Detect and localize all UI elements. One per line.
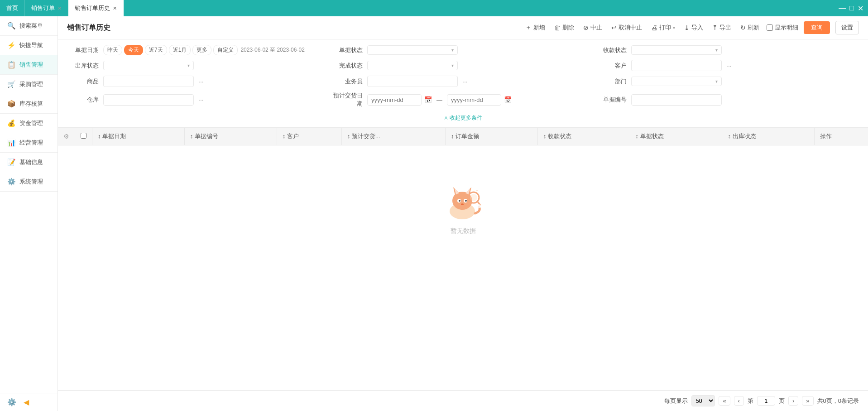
date-btn-today[interactable]: 今天 <box>124 45 143 55</box>
import-label: 导入 <box>691 24 703 32</box>
date-filter-group: 单据日期 昨天 今天 近7天 近1月 更多 自定义 2023-06-02 至 2… <box>67 45 331 55</box>
delivery-end-calendar-icon[interactable]: 📅 <box>504 96 512 103</box>
sidebar-item-finance[interactable]: 💰 资金管理 <box>0 114 58 133</box>
warehouse-input[interactable] <box>103 94 194 106</box>
product-input[interactable] <box>103 76 194 87</box>
operations-icon: 📊 <box>7 139 16 147</box>
th-customer[interactable]: ↕ 客户 <box>277 128 341 145</box>
print-label: 打印 <box>659 24 671 32</box>
settings-button[interactable]: 设置 <box>835 21 859 34</box>
top-bar: 首页 销售订单 ✕ 销售订单历史 ✕ — □ ✕ <box>0 0 868 16</box>
cancel-stop-button[interactable]: ↩ 取消中止 <box>609 23 644 33</box>
order-number-input[interactable] <box>631 94 722 106</box>
complete-status-group: 完成状态 ▾ <box>331 61 595 70</box>
first-page-btn[interactable]: « <box>719 396 730 406</box>
collapse-label: ∧ 收起更多条件 <box>444 115 482 121</box>
customer-input[interactable] <box>631 60 722 71</box>
query-button[interactable]: 查询 <box>804 21 830 34</box>
th-delivery[interactable]: ↕ 预计交货... <box>341 128 445 145</box>
print-button[interactable]: 🖨 打印 ▾ <box>649 23 677 33</box>
close-btn[interactable]: ✕ <box>858 4 863 13</box>
display-toggle[interactable]: 显示明细 <box>767 24 798 32</box>
refresh-button[interactable]: ↻ 刷新 <box>739 23 761 33</box>
salesman-dots-btn[interactable]: ··· <box>460 78 470 85</box>
date-btn-more[interactable]: 更多 <box>192 45 211 55</box>
warehouse-status-select[interactable]: ▾ <box>103 61 194 70</box>
minimize-btn[interactable]: — <box>839 4 846 12</box>
delivery-date-start[interactable] <box>367 94 422 106</box>
tab-sales-order-history[interactable]: 销售订单历史 ✕ <box>68 0 124 16</box>
settings-bottom-icon[interactable]: ⚙️ <box>7 398 16 406</box>
sys-mgmt-icon: ⚙️ <box>7 178 16 186</box>
tab-sales-order[interactable]: 销售订单 ✕ <box>25 0 68 16</box>
delivery-start-calendar-icon[interactable]: 📅 <box>424 96 432 103</box>
warehouse-dots-btn[interactable]: ··· <box>197 96 206 103</box>
payment-status-select[interactable]: ▾ <box>631 45 722 55</box>
page-number-input[interactable] <box>757 396 775 406</box>
th-order-status[interactable]: ↕ 单据状态 <box>630 128 722 145</box>
table-area: ⚙ ↕ 单据日期 ↕ 单据编号 <box>58 128 868 390</box>
new-button[interactable]: ＋ 新增 <box>523 23 547 33</box>
th-payment-status[interactable]: ↕ 收款状态 <box>537 128 630 145</box>
customer-dots-btn[interactable]: ··· <box>724 62 734 69</box>
maximize-btn[interactable]: □ <box>849 4 854 12</box>
tab-sales-order-close[interactable]: ✕ <box>58 5 62 11</box>
customer-group: 客户 ··· <box>595 60 859 71</box>
sidebar-item-inventory[interactable]: 📦 库存核算 <box>0 94 58 114</box>
date-btn-7days[interactable]: 近7天 <box>145 45 167 55</box>
page-size-select[interactable]: 10 20 50 100 <box>691 395 715 406</box>
complete-status-select[interactable]: ▾ <box>367 61 458 70</box>
sidebar-item-operations[interactable]: 📊 经营管理 <box>0 133 58 153</box>
order-status-select[interactable]: ▾ <box>367 45 458 55</box>
th-amount[interactable]: ↕ 订单金额 <box>445 128 537 145</box>
collapse-filters-button[interactable]: ∧ 收起更多条件 <box>67 112 859 122</box>
tab-home[interactable]: 首页 <box>0 0 25 16</box>
salesman-group: 业务员 ··· <box>331 76 595 87</box>
refresh-label: 刷新 <box>748 24 759 32</box>
print-arrow-icon: ▾ <box>673 25 675 30</box>
sidebar-item-operations-label: 经营管理 <box>19 139 43 147</box>
sidebar-item-quick-nav[interactable]: ⚡ 快捷导航 <box>0 36 58 55</box>
sidebar-item-basic-info[interactable]: 📝 基础信息 <box>0 153 58 172</box>
date-btn-1month[interactable]: 近1月 <box>169 45 191 55</box>
th-date[interactable]: ↕ 单据日期 <box>92 128 185 145</box>
th-order-status-label: ↕ 单据状态 <box>636 132 664 140</box>
export-button[interactable]: ⤒ 导出 <box>710 23 733 33</box>
page-unit: 页 <box>779 397 785 405</box>
total-records-label: 共0页，0条记录 <box>817 397 859 405</box>
th-warehouse-status[interactable]: ↕ 出库状态 <box>722 128 815 145</box>
salesman-input[interactable] <box>367 76 458 87</box>
current-page-label: 第 <box>748 397 753 405</box>
table-settings-icon[interactable]: ⚙ <box>63 133 69 140</box>
delete-icon: 🗑 <box>554 24 561 31</box>
sidebar: 🔍 搜索菜单 ⚡ 快捷导航 📋 销售管理 🛒 采购管理 📦 库存核算 💰 资金管… <box>0 16 58 411</box>
import-button[interactable]: ⤓ 导入 <box>682 23 705 33</box>
select-all-checkbox[interactable] <box>81 133 86 139</box>
delivery-date-end[interactable] <box>447 94 501 106</box>
next-page-btn[interactable]: › <box>788 396 798 406</box>
date-btn-yesterday[interactable]: 昨天 <box>103 45 122 55</box>
stop-button[interactable]: ⊘ 中止 <box>581 23 604 33</box>
order-number-label: 单据编号 <box>595 96 631 104</box>
sidebar-item-purchase-mgmt[interactable]: 🛒 采购管理 <box>0 75 58 94</box>
department-select[interactable]: ▾ <box>631 77 722 86</box>
display-toggle-checkbox[interactable] <box>767 24 773 31</box>
date-btn-custom[interactable]: 自定义 <box>213 45 238 55</box>
pagination-bar: 每页显示 10 20 50 100 « ‹ 第 页 › » 共0页，0条记录 <box>58 390 868 411</box>
collapse-sidebar-icon[interactable]: ◀ <box>24 398 29 406</box>
last-page-btn[interactable]: » <box>802 396 813 406</box>
delete-button[interactable]: 🗑 删除 <box>552 23 576 33</box>
sidebar-item-sales-mgmt[interactable]: 📋 销售管理 <box>0 55 58 75</box>
payment-status-arrow-icon: ▾ <box>715 48 718 53</box>
sidebar-item-search-menu[interactable]: 🔍 搜索菜单 <box>0 16 58 36</box>
print-icon: 🖨 <box>651 24 657 31</box>
sidebar-item-sys-mgmt[interactable]: ⚙️ 系统管理 <box>0 172 58 192</box>
prev-page-btn[interactable]: ‹ <box>734 396 744 406</box>
delete-label: 删除 <box>562 24 574 32</box>
tab-sales-order-history-close[interactable]: ✕ <box>113 5 117 11</box>
new-icon: ＋ <box>525 24 532 32</box>
th-number[interactable]: ↕ 单据编号 <box>184 128 277 145</box>
payment-status-group: 收款状态 ▾ <box>595 45 859 55</box>
th-date-label: ↕ 单据日期 <box>98 132 126 140</box>
product-dots-btn[interactable]: ··· <box>197 78 206 85</box>
